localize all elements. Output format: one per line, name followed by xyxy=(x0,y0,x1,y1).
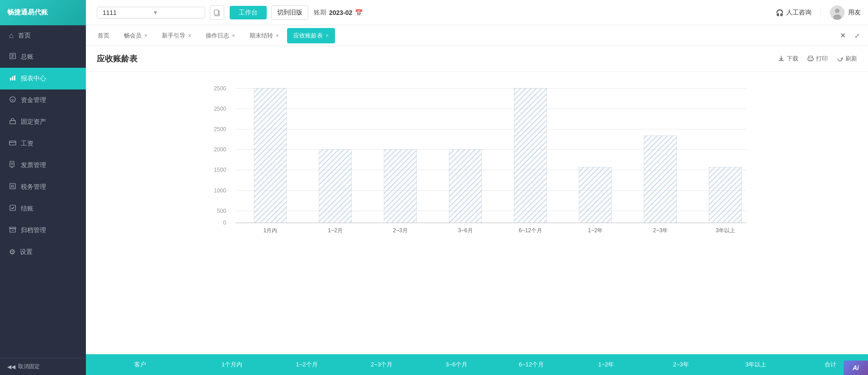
sidebar-label-assets: 固定资产 xyxy=(21,118,46,126)
tab-ar-aging-label: 应收账龄表 xyxy=(293,32,323,40)
main-layout: ⌂ 首页 总账 报表中心 ¥ 资金管理 xyxy=(0,25,868,375)
company-selector[interactable]: 1111 ▼ xyxy=(97,7,205,19)
download-button[interactable]: 下载 xyxy=(778,55,798,63)
tax-icon: 税 xyxy=(9,183,16,192)
th-2-3month: 2~3个月 xyxy=(344,361,419,369)
sidebar-label-home: 首页 xyxy=(18,32,31,40)
print-label: 打印 xyxy=(816,55,828,63)
dropdown-arrow-icon: ▼ xyxy=(153,9,199,16)
copy-button[interactable] xyxy=(210,5,224,20)
user-name: 用友 xyxy=(848,9,861,17)
sidebar-item-ledger[interactable]: 总账 xyxy=(0,46,86,68)
chart-inner: 2500 2500 2500 2000 1500 1000 500 0 xyxy=(97,79,857,251)
svg-text:2000: 2000 xyxy=(214,146,226,153)
th-1-2year: 1~2年 xyxy=(569,361,644,369)
sidebar-footer[interactable]: ◀◀ 取消固定 xyxy=(0,358,86,375)
header-right: 🎧 人工咨询 用友 xyxy=(776,5,861,20)
tab-guide-close[interactable]: × xyxy=(188,33,191,39)
sidebar-item-funds[interactable]: ¥ 资金管理 xyxy=(0,89,86,111)
tab-home[interactable]: 首页 xyxy=(91,28,116,43)
tab-ar-aging[interactable]: 应收账龄表 × xyxy=(287,28,335,43)
tab-member-close[interactable]: × xyxy=(144,33,147,39)
reports-icon xyxy=(9,74,16,83)
sidebar: ⌂ 首页 总账 报表中心 ¥ 资金管理 xyxy=(0,25,86,375)
sidebar-item-home[interactable]: ⌂ 首页 xyxy=(0,25,86,46)
svg-text:2500: 2500 xyxy=(214,85,226,92)
svg-text:500: 500 xyxy=(217,208,226,214)
sidebar-label-settle: 结账 xyxy=(21,205,33,213)
sidebar-item-settle[interactable]: 结账 xyxy=(0,198,86,220)
svg-rect-22 xyxy=(10,205,15,211)
page-content: 应收账龄表 下载 打印 刷新 xyxy=(86,46,868,375)
svg-rect-47 xyxy=(384,150,417,223)
svg-text:2~3月: 2~3月 xyxy=(393,227,408,234)
svg-rect-1 xyxy=(214,10,218,15)
download-icon xyxy=(778,56,784,62)
tab-oplog-close[interactable]: × xyxy=(232,33,235,39)
refresh-label: 刷新 xyxy=(845,55,857,63)
th-3-6month: 3~6个月 xyxy=(419,361,494,369)
expand-button[interactable]: ⤢ xyxy=(852,30,863,41)
download-label: 下载 xyxy=(787,55,798,63)
consult-button[interactable]: 🎧 人工咨询 xyxy=(776,9,811,17)
tab-guide-label: 新手引导 xyxy=(162,32,185,40)
th-customer: 客户 xyxy=(86,361,194,369)
ai-label: Ai xyxy=(853,364,859,371)
svg-text:2~3年: 2~3年 xyxy=(653,227,668,234)
sidebar-label-archive: 归档管理 xyxy=(21,226,46,234)
sidebar-item-reports[interactable]: 报表中心 xyxy=(0,68,86,89)
svg-text:2500: 2500 xyxy=(214,126,226,132)
svg-rect-9 xyxy=(10,78,11,80)
page-title: 应收账龄表 xyxy=(97,53,137,64)
ledger-icon xyxy=(9,52,16,61)
sidebar-item-tax[interactable]: 税 税务管理 xyxy=(0,176,86,198)
period-label: 账期 xyxy=(314,9,326,17)
tab-oplog[interactable]: 操作日志 × xyxy=(199,28,241,43)
svg-point-3 xyxy=(835,9,840,13)
sidebar-item-invoice[interactable]: 发票管理 xyxy=(0,155,86,176)
invoice-icon xyxy=(9,161,16,170)
svg-text:税: 税 xyxy=(11,184,14,188)
sidebar-item-salary[interactable]: 工资 xyxy=(0,133,86,155)
th-1month: 1个月内 xyxy=(194,361,269,369)
svg-text:2500: 2500 xyxy=(214,106,226,112)
sidebar-item-assets[interactable]: 固定资产 xyxy=(0,111,86,133)
svg-text:¥: ¥ xyxy=(11,98,14,102)
tab-period-end-close[interactable]: × xyxy=(276,33,279,39)
refresh-button[interactable]: 刷新 xyxy=(837,55,857,63)
page-header: 应收账龄表 下载 打印 刷新 xyxy=(86,46,868,72)
svg-rect-45 xyxy=(254,89,287,223)
calendar-icon[interactable]: 📅 xyxy=(355,9,363,16)
tab-ar-aging-close[interactable]: × xyxy=(326,33,329,39)
ai-badge[interactable]: Ai xyxy=(844,361,868,375)
sidebar-label-ledger: 总账 xyxy=(21,53,33,61)
content-area: 首页 畅会员 × 新手引导 × 操作日志 × 期末结转 × 应收账龄表 × xyxy=(86,25,868,375)
sidebar-item-settings[interactable]: ⚙ 设置 xyxy=(0,241,86,262)
svg-point-4 xyxy=(833,14,841,20)
tab-member[interactable]: 畅会员 × xyxy=(118,28,154,43)
tab-period-end[interactable]: 期末结转 × xyxy=(243,28,285,43)
company-name: 1111 xyxy=(103,9,149,16)
print-button[interactable]: 打印 xyxy=(807,55,828,63)
workbench-button[interactable]: 工作台 xyxy=(230,6,267,19)
sidebar-label-funds: 资金管理 xyxy=(21,96,46,104)
sidebar-label-settings: 设置 xyxy=(20,248,33,256)
svg-text:3~6月: 3~6月 xyxy=(458,227,473,234)
svg-text:1~2年: 1~2年 xyxy=(588,227,603,234)
sidebar-label-salary: 工资 xyxy=(21,140,33,148)
tabs-actions: ✕ ⤢ xyxy=(837,30,863,41)
svg-rect-50 xyxy=(579,167,612,223)
svg-text:0: 0 xyxy=(223,220,226,226)
sidebar-label-tax: 税务管理 xyxy=(21,183,46,191)
svg-rect-52 xyxy=(709,167,742,223)
tab-guide[interactable]: 新手引导 × xyxy=(156,28,198,43)
app-name: 畅捷通易代账 xyxy=(7,8,48,17)
close-all-button[interactable]: ✕ xyxy=(837,30,848,41)
sidebar-item-archive[interactable]: 归档管理 xyxy=(0,220,86,241)
user-area[interactable]: 用友 xyxy=(830,5,861,20)
page-actions: 下载 打印 刷新 xyxy=(778,55,857,63)
switch-version-button[interactable]: 切到旧版 xyxy=(271,5,308,20)
avatar-icon xyxy=(830,5,844,20)
consult-label: 人工咨询 xyxy=(786,9,811,17)
assets-icon xyxy=(9,117,16,127)
